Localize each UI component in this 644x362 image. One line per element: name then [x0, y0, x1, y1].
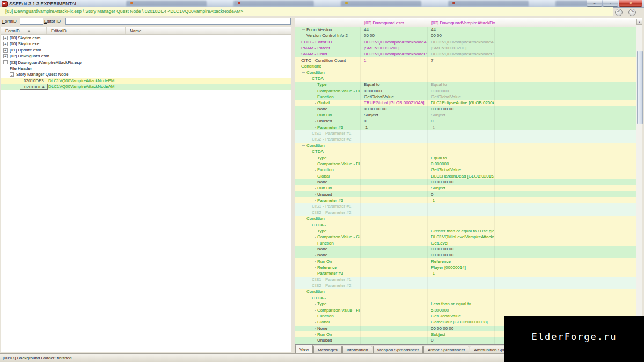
- grid-cell-plugin-02[interactable]: [361, 326, 428, 331]
- column-header-formid[interactable]: FormID: [1, 27, 47, 34]
- grid-cell-plugin-02[interactable]: [361, 228, 428, 234]
- grid-row[interactable]: Unused0: [295, 191, 642, 197]
- grid-cell-plugin-03[interactable]: [428, 136, 495, 142]
- grid-row[interactable]: Comparison Value - Gl...DLC1VQMinLevelVa…: [295, 234, 642, 240]
- grid-cell-plugin-03[interactable]: GetLevel: [428, 240, 495, 246]
- tree-row[interactable]: File Header: [1, 65, 291, 71]
- grid-cell-plugin-03[interactable]: GetGlobalValue: [428, 313, 495, 319]
- grid-cell-plugin-02[interactable]: [361, 301, 428, 307]
- grid-cell-plugin-02[interactable]: [361, 313, 428, 319]
- grid-cell-plugin-02[interactable]: [361, 203, 428, 209]
- grid-cell-plugin-02[interactable]: 05 00: [361, 33, 428, 39]
- grid-cell-plugin-02[interactable]: 0: [361, 118, 428, 124]
- grid-cell-plugin-02[interactable]: [361, 222, 428, 228]
- grid-cell-plugin-03[interactable]: 0.000000: [428, 161, 495, 167]
- grid-row[interactable]: ReferencePlayer [00000014]: [295, 264, 642, 270]
- grid-cell-plugin-02[interactable]: [361, 197, 428, 203]
- grid-cell-plugin-03[interactable]: 7: [428, 57, 495, 63]
- column-header-name[interactable]: Name: [126, 27, 291, 34]
- expand-icon[interactable]: +: [3, 54, 8, 58]
- grid-row[interactable]: Comparison Value - Flo...5.000000: [295, 307, 642, 313]
- grid-cell-plugin-02[interactable]: [361, 76, 428, 82]
- grid-cell-plugin-03[interactable]: [428, 130, 495, 136]
- grid-row[interactable]: None00 00 00 00: [295, 246, 642, 252]
- tab-weapon-spreadsheet[interactable]: Weapon Spreadsheet: [373, 346, 423, 353]
- tree-row[interactable]: 02010DE4DLC1VQ00VampireAttackNodeAM: [1, 84, 291, 90]
- grid-cell-plugin-02[interactable]: Subject: [361, 112, 428, 118]
- grid-row[interactable]: CTDA -: [295, 222, 642, 228]
- tree-row[interactable]: 02010DE3DLC1VQ00VampireAttackNodePM: [1, 78, 291, 84]
- expand-icon[interactable]: +: [3, 48, 8, 53]
- nav-forward-button[interactable]: ↷: [628, 9, 636, 16]
- grid-cell-plugin-02[interactable]: [361, 136, 428, 142]
- grid-row[interactable]: TypeEqual to: [295, 155, 642, 161]
- grid-cell-plugin-03[interactable]: Subject: [428, 331, 495, 337]
- grid-cell-plugin-03[interactable]: -1: [428, 270, 495, 276]
- grid-row[interactable]: Form Version4444: [295, 27, 642, 33]
- grid-cell-plugin-02[interactable]: [361, 240, 428, 246]
- grid-cell-plugin-02[interactable]: [361, 246, 428, 252]
- tree-row[interactable]: -Story Manager Quest Node: [1, 71, 291, 77]
- grid-cell-plugin-03[interactable]: [428, 289, 495, 294]
- grid-row[interactable]: EDID - Editor IDDLC1VQ00VampireAttackNod…: [295, 39, 642, 45]
- grid-cell-plugin-03[interactable]: [428, 222, 495, 228]
- grid-cell-plugin-03[interactable]: 00 00 00 00: [428, 246, 495, 252]
- maximize-button[interactable]: ▫: [603, 0, 618, 7]
- grid-row[interactable]: CTDA -: [295, 149, 642, 154]
- grid-cell-plugin-03[interactable]: [428, 63, 495, 69]
- grid-row[interactable]: GlobalDLC1HarkonDead [GLOB:02015A2...: [295, 173, 642, 179]
- column-header-editorid[interactable]: EditorID: [47, 27, 126, 34]
- grid-cell-plugin-02[interactable]: 44: [361, 27, 428, 33]
- grid-cell-plugin-03[interactable]: Reference: [428, 258, 495, 264]
- grid-row[interactable]: Comparison Value - Flo...0.0000000.00000…: [295, 88, 642, 94]
- grid-cell-plugin-02[interactable]: [361, 319, 428, 325]
- grid-row[interactable]: Condition: [295, 70, 642, 76]
- tab-messages[interactable]: Messages: [313, 346, 341, 353]
- collapse-icon[interactable]: -: [10, 72, 14, 77]
- grid-cell-plugin-02[interactable]: [361, 283, 428, 289]
- grid-row[interactable]: Condition: [295, 143, 642, 149]
- grid-cell-plugin-02[interactable]: [361, 70, 428, 76]
- grid-cell-plugin-03[interactable]: [SMEN:0001320E]: [428, 45, 495, 51]
- grid-cell-plugin-02[interactable]: [361, 234, 428, 240]
- grid-cell-plugin-02[interactable]: [361, 149, 428, 154]
- grid-row[interactable]: Run OnReference: [295, 258, 642, 264]
- grid-cell-plugin-02[interactable]: 1: [361, 57, 428, 63]
- grid-cell-plugin-03[interactable]: 00 00 00 00: [428, 179, 495, 185]
- tree-row[interactable]: +[02] Dawnguard.esm: [1, 53, 291, 59]
- grid-row[interactable]: Parameter #3-1: [295, 270, 642, 276]
- grid-cell-plugin-03[interactable]: -1: [428, 124, 495, 130]
- grid-cell-plugin-03[interactable]: [428, 283, 495, 289]
- grid-cell-plugin-03[interactable]: GetGlobalValue: [428, 167, 495, 173]
- nav-back-button[interactable]: ↶: [615, 9, 623, 16]
- grid-cell-plugin-02[interactable]: [SMEN:0001320E]: [361, 45, 428, 51]
- tree-row[interactable]: +[00] Skyrim.exe: [1, 41, 291, 47]
- grid-row[interactable]: TypeEqual toEqual to: [295, 82, 642, 87]
- tab-view[interactable]: View: [295, 345, 313, 353]
- grid-row[interactable]: Parameter #3-1-1: [295, 124, 642, 130]
- grid-cell-plugin-02[interactable]: GetGlobalValue: [361, 94, 428, 100]
- scroll-up-icon[interactable]: ▲: [636, 19, 642, 25]
- grid-row[interactable]: PNAM - Parent[SMEN:0001320E][SMEN:000132…: [295, 45, 642, 51]
- grid-cell-plugin-02[interactable]: DLC1VQ00VampireAttackNodeAM: [361, 39, 428, 45]
- grid-cell-plugin-03[interactable]: 0: [428, 191, 495, 197]
- tab-information[interactable]: Information: [342, 346, 372, 353]
- grid-cell-plugin-02[interactable]: [361, 337, 428, 343]
- grid-row[interactable]: CIS1 - Parameter #1: [295, 277, 642, 283]
- grid-cell-plugin-02[interactable]: [361, 210, 428, 216]
- grid-cell-plugin-02[interactable]: [361, 155, 428, 161]
- grid-cell-plugin-02[interactable]: [361, 264, 428, 270]
- grid-cell-plugin-02[interactable]: Equal to: [361, 82, 428, 87]
- grid-cell-plugin-02[interactable]: TRUEGlobal [GLOB:000216A9]: [361, 100, 428, 106]
- grid-cell-plugin-03[interactable]: DLC1VQMinLevelVampireAttacks ...: [428, 234, 495, 240]
- grid-cell-plugin-03[interactable]: Subject: [428, 185, 495, 191]
- grid-cell-plugin-03[interactable]: Subject: [428, 112, 495, 118]
- grid-cell-plugin-03[interactable]: DLC1VQ00VampireAttackNodeP...: [428, 51, 495, 57]
- grid-cell-plugin-02[interactable]: [361, 185, 428, 191]
- grid-cell-plugin-03[interactable]: -1: [428, 197, 495, 203]
- grid-cell-plugin-02[interactable]: [361, 295, 428, 301]
- grid-row[interactable]: FunctionGetGlobalValue: [295, 167, 642, 173]
- grid-cell-plugin-03[interactable]: Equal to: [428, 155, 495, 161]
- grid-cell-plugin-03[interactable]: 0: [428, 118, 495, 124]
- grid-cell-plugin-02[interactable]: [361, 167, 428, 173]
